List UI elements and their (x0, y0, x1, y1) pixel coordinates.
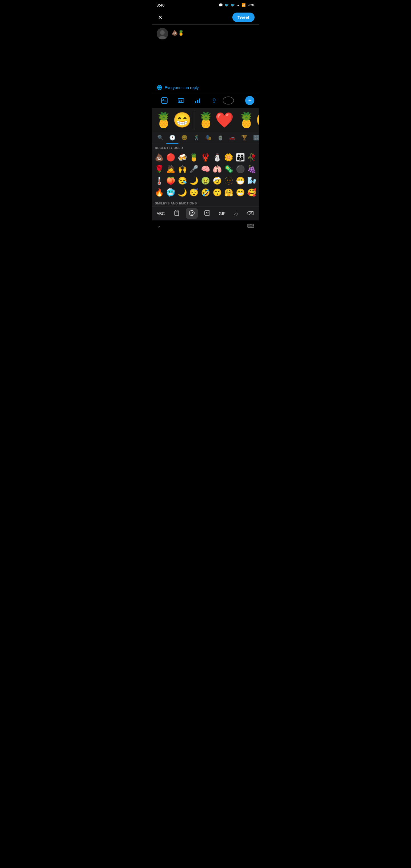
emoji-sleeping[interactable]: 😴 (188, 187, 199, 198)
svg-point-4 (163, 99, 164, 100)
sticker-keyboard-button[interactable] (202, 208, 213, 219)
emoji-poop[interactable]: 💩 (154, 152, 165, 163)
message-icon: 💬 (219, 3, 223, 7)
cat-food[interactable]: 🍵 (214, 132, 226, 144)
emoji-rose[interactable]: 🌹 (154, 164, 165, 175)
sticker-row: 🍍😁 🍍❤️ 🍍😘 🍍😍 (152, 108, 259, 132)
emoji-hugging[interactable]: 🤗 (223, 187, 234, 198)
poll-button[interactable] (190, 96, 205, 105)
signal-icon: 📶 (242, 3, 246, 7)
emoji-microphone[interactable]: 🎤 (188, 164, 199, 175)
emoji-cold-face[interactable]: 🥶 (165, 187, 177, 198)
emoji-smiling-hearts[interactable]: 🥰 (246, 187, 257, 198)
sticker-item-2[interactable]: 🍍❤️ (195, 110, 235, 130)
sticker-item-3[interactable]: 🍍😘 (236, 110, 259, 130)
keyboard-toggle-button[interactable]: ⌨ (247, 223, 255, 229)
emoji-grin[interactable]: 😁 (234, 187, 246, 198)
gif-button[interactable]: GIF (173, 96, 189, 105)
status-bar: 3:40 💬 🐦 🐦 ▲ 📶 95% (152, 0, 259, 10)
emoji-keyboard: 🔍 🕐 😊 🕺 🎭 🍵 🚗 🏆 🔣 🚩 RECENTLY USED 💩 🔴 🍻 … (152, 132, 259, 220)
svg-rect-8 (197, 100, 198, 103)
cat-activities[interactable]: 🎭 (202, 132, 214, 144)
smileys-label: SMILEYS AND EMOTIONS (152, 199, 259, 206)
svg-point-21 (208, 212, 208, 213)
emoji-lobster[interactable]: 🦞 (200, 152, 211, 163)
cat-recent[interactable]: 🕐 (166, 132, 179, 144)
status-time: 3:40 (157, 3, 165, 7)
cat-travel[interactable]: 🚗 (226, 132, 238, 144)
character-count (223, 96, 234, 104)
kaomoji-button[interactable]: :-) (231, 210, 240, 218)
svg-text:GIF: GIF (179, 100, 182, 102)
emoji-brain[interactable]: 🧠 (200, 164, 211, 175)
emoji-wilted-rose[interactable]: 🥀 (246, 152, 257, 163)
cat-symbols[interactable]: 🔣 (250, 132, 259, 144)
emoji-bowing[interactable]: 🙇 (165, 164, 177, 175)
emoji-sleepy[interactable]: 😪 (177, 175, 188, 186)
emoji-black-circle[interactable]: ⚫ (234, 164, 246, 175)
emoji-mask[interactable]: 😷 (234, 175, 246, 186)
emoji-flower[interactable]: 🌼 (223, 152, 234, 163)
emoji-raised-hands[interactable]: 🙌 (177, 164, 188, 175)
compose-header: ✕ Tweet (152, 10, 259, 25)
sticker-divider (194, 110, 194, 130)
emoji-rofl[interactable]: 🤣 (200, 187, 211, 198)
close-button[interactable]: ✕ (157, 13, 164, 22)
svg-point-20 (206, 212, 207, 213)
emoji-pineapple[interactable]: 🍍 (188, 152, 199, 163)
twitter-icon-1: 🐦 (225, 3, 229, 7)
cat-smiley[interactable]: 😊 (179, 132, 190, 144)
svg-point-18 (192, 212, 193, 213)
emoji-snowman[interactable]: ⛄ (212, 152, 223, 163)
collapse-button[interactable]: ⌄ (157, 223, 161, 229)
emoji-red-circle[interactable]: 🔴 (165, 152, 177, 163)
svg-rect-7 (195, 101, 196, 103)
emoji-microbe[interactable]: 🦠 (223, 164, 234, 175)
emoji-keyboard-button[interactable] (186, 208, 198, 219)
location-button[interactable] (206, 96, 222, 105)
add-tweet-button[interactable]: + (245, 96, 254, 105)
recently-used-label: RECENTLY USED (152, 144, 259, 151)
emoji-thermometer[interactable]: 🌡️ (154, 175, 165, 186)
svg-point-10 (213, 99, 215, 101)
emoji-lungs[interactable]: 🫁 (212, 164, 223, 175)
emoji-fire[interactable]: 🔥 (154, 187, 165, 198)
keyboard-bottom: ABC GIF (152, 206, 259, 220)
reply-setting[interactable]: 🌐 Everyone can reply (152, 82, 259, 93)
emoji-nauseated[interactable]: 🤢 (200, 175, 211, 186)
image-button[interactable] (157, 96, 173, 105)
emoji-peach[interactable]: 🍑 (165, 175, 177, 186)
emoji-beers[interactable]: 🍻 (177, 152, 188, 163)
emoji-kiss[interactable]: 😙 (212, 187, 223, 198)
emoji-category-tabs: 🔍 🕐 😊 🕺 🎭 🍵 🚗 🏆 🔣 🚩 (152, 132, 259, 144)
cat-people[interactable]: 🕺 (190, 132, 202, 144)
emoji-wind[interactable]: 🌬️ (246, 175, 257, 186)
avatar (157, 28, 168, 39)
emoji-family[interactable]: 👨‍👩‍👦 (234, 152, 246, 163)
bottom-handle: ⌄ ⌨ (152, 220, 259, 231)
emoji-moon-2[interactable]: 🌙 (177, 187, 188, 198)
cat-search[interactable]: 🔍 (154, 132, 166, 144)
delete-button[interactable]: ⌫ (244, 209, 257, 218)
wifi-icon: ▲ (236, 3, 240, 7)
avatar-image (157, 28, 168, 39)
recently-used-grid: 💩 🔴 🍻 🍍 🦞 ⛄ 🌼 👨‍👩‍👦 🥀 🌹 🙇 🙌 🎤 🧠 🫁 🦠 ⚫ 🍇 … (152, 151, 259, 199)
emoji-crescent-moon[interactable]: 🌙 (188, 175, 199, 186)
compose-area: 💩🍍 (152, 25, 259, 82)
emoji-dotted-line[interactable]: 🫥 (223, 175, 234, 186)
tweet-text-input[interactable]: 💩🍍 (171, 28, 255, 78)
emoji-injured[interactable]: 🤕 (212, 175, 223, 186)
abc-button[interactable]: ABC (154, 210, 167, 218)
twitter-icon-2: 🐦 (231, 3, 235, 7)
status-icons: 💬 🐦 🐦 ▲ 📶 95% (219, 3, 255, 7)
gif-keyboard-button[interactable]: GIF (216, 210, 227, 218)
clipboard-button[interactable] (171, 208, 182, 219)
svg-point-1 (160, 30, 165, 35)
emoji-grapes[interactable]: 🍇 (246, 164, 257, 175)
cat-objects[interactable]: 🏆 (238, 132, 250, 144)
globe-icon: 🌐 (157, 85, 162, 90)
tweet-button[interactable]: Tweet (232, 12, 254, 22)
svg-rect-19 (204, 211, 210, 216)
svg-rect-9 (199, 98, 200, 103)
sticker-item-1[interactable]: 🍍😁 (153, 110, 193, 130)
